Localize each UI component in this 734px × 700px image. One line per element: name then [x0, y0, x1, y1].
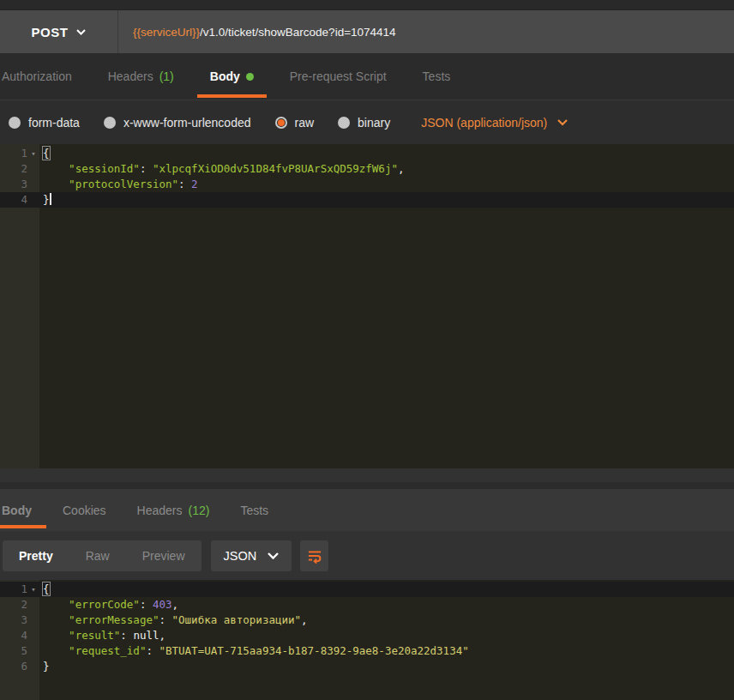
code-line[interactable]: 4} — [0, 192, 734, 208]
tab-body[interactable]: Body — [210, 53, 254, 100]
view-mode-label: Pretty — [19, 549, 53, 563]
line-number: 4 — [0, 192, 39, 208]
url-path: /v1.0/ticket/showBarcode?id=1074414 — [200, 26, 396, 39]
tab-label: Tests — [240, 504, 268, 517]
response-tab-tests[interactable]: Tests — [240, 489, 268, 531]
body-mode-label: raw — [295, 116, 315, 130]
section-divider — [0, 468, 734, 482]
response-tab-cookies[interactable]: Cookies — [63, 489, 106, 531]
request-body-editor[interactable]: 1▾{2 "sessionId": "xlpcqfXiOD0dv51D84fvP… — [0, 144, 734, 468]
line-number: 5 — [0, 643, 39, 659]
chevron-down-icon — [557, 119, 568, 126]
code-line[interactable]: 3 "errorMessage": "Ошибка авторизации", — [0, 612, 734, 628]
request-tabs: Authorization Headers (1) Body Pre-reque… — [0, 53, 734, 100]
response-tab-headers[interactable]: Headers (12) — [137, 489, 210, 531]
body-mode-urlencoded[interactable]: x-www-form-urlencoded — [104, 116, 251, 130]
tab-label: Cookies — [63, 504, 106, 517]
url-environment-variable: {{serviceUrl}} — [133, 26, 200, 39]
tab-label: Body — [2, 504, 32, 517]
modified-indicator-dot — [246, 73, 254, 81]
code-line[interactable]: 3 "protocolVersion": 2 — [0, 177, 734, 192]
code-line[interactable]: 2 "sessionId": "xlpcqfXiOD0dv51D84fvP8UA… — [0, 161, 734, 177]
tab-count: (1) — [159, 69, 174, 83]
view-mode-pretty[interactable]: Pretty — [3, 540, 69, 571]
content-type-dropdown[interactable]: JSON (application/json) — [421, 116, 568, 130]
chevron-down-icon — [76, 29, 86, 35]
body-mode-binary[interactable]: binary — [338, 116, 390, 130]
view-mode-label: Raw — [86, 549, 110, 563]
response-format-dropdown[interactable]: JSON — [211, 540, 292, 571]
body-mode-row: form-data x-www-form-urlencoded raw bina… — [0, 100, 734, 144]
response-tabs: Body Cookies Headers (12) Tests — [0, 482, 734, 531]
body-mode-raw[interactable]: raw — [275, 116, 315, 130]
radio-selected-icon[interactable] — [275, 117, 287, 129]
tab-label: Authorization — [2, 69, 72, 83]
radio-unselected-icon[interactable] — [104, 117, 116, 129]
fold-arrow-icon[interactable]: ▾ — [27, 146, 39, 161]
request-url-bar: POST {{serviceUrl}}/v1.0/ticket/showBarc… — [0, 10, 734, 53]
chevron-down-icon — [268, 552, 279, 559]
tab-label: Headers — [108, 69, 153, 83]
format-label: JSON — [224, 549, 257, 563]
response-tab-body[interactable]: Body — [2, 489, 32, 531]
tab-label: Headers — [137, 504, 183, 517]
tab-label: Pre-request Script — [290, 69, 387, 83]
method-label: POST — [32, 25, 69, 39]
body-mode-label: binary — [358, 116, 390, 130]
tab-authorization[interactable]: Authorization — [2, 53, 72, 100]
line-number: 1▾ — [0, 582, 39, 597]
wrap-text-icon — [306, 547, 323, 564]
view-mode-preview[interactable]: Preview — [126, 540, 202, 571]
tab-headers[interactable]: Headers (1) — [108, 53, 174, 100]
line-number: 4 — [0, 628, 39, 643]
radio-unselected-icon[interactable] — [338, 117, 350, 129]
tab-label: Tests — [423, 69, 451, 83]
code-line[interactable]: 6} — [0, 659, 734, 674]
line-number: 3 — [0, 177, 39, 192]
response-toolbar: Pretty Raw Preview JSON — [0, 531, 734, 580]
fold-arrow-icon[interactable]: ▾ — [27, 582, 39, 597]
view-mode-group: Pretty Raw Preview — [3, 540, 202, 571]
line-number: 2 — [0, 161, 39, 177]
body-mode-label: x-www-form-urlencoded — [123, 116, 251, 130]
url-input[interactable]: {{serviceUrl}}/v1.0/ticket/showBarcode?i… — [118, 10, 734, 53]
text-cursor — [50, 193, 51, 205]
radio-unselected-icon[interactable] — [9, 117, 21, 129]
response-body-editor[interactable]: 1▾{2 "errorCode": 403,3 "errorMessage": … — [0, 580, 734, 700]
view-mode-raw[interactable]: Raw — [69, 540, 126, 571]
content-type-label: JSON (application/json) — [421, 116, 547, 130]
code-line[interactable]: 1▾{ — [0, 582, 734, 597]
tab-label: Body — [210, 69, 240, 83]
tab-count: (12) — [189, 504, 210, 517]
code-line[interactable]: 4 "result": null, — [0, 628, 734, 643]
body-mode-form-data[interactable]: form-data — [9, 116, 80, 130]
tab-pre-request-script[interactable]: Pre-request Script — [290, 53, 387, 100]
view-mode-label: Preview — [142, 549, 185, 563]
code-line[interactable]: 1▾{ — [0, 146, 734, 161]
method-dropdown[interactable]: POST — [0, 10, 118, 53]
line-number: 3 — [0, 612, 39, 628]
line-number: 2 — [0, 597, 39, 612]
line-number: 1▾ — [0, 146, 39, 161]
code-line[interactable]: 5 "request_id": "BTUAT=UAT-715aa934-b187… — [0, 643, 734, 659]
line-number: 6 — [0, 659, 39, 674]
wrap-text-button[interactable] — [300, 540, 328, 571]
window-top-strip — [0, 0, 734, 10]
body-mode-label: form-data — [28, 116, 80, 130]
code-line[interactable]: 2 "errorCode": 403, — [0, 597, 734, 612]
tab-tests[interactable]: Tests — [423, 53, 451, 100]
